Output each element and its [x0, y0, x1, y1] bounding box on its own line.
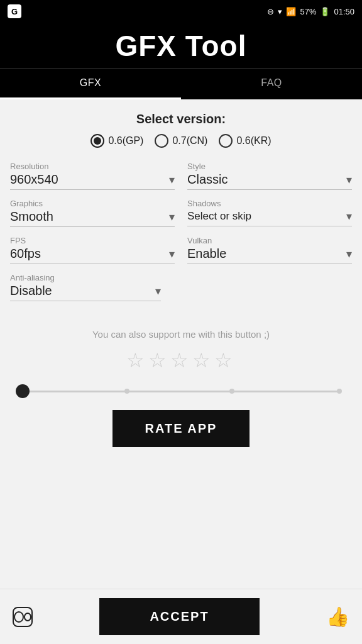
- version-option-cn[interactable]: 0.7(CN): [155, 134, 207, 148]
- main-content: Select version: 0.6(GP) 0.7(CN) 0.6(KR) …: [0, 99, 362, 589]
- setting-resolution: Resolution 960x540 ▾: [10, 162, 175, 190]
- slider-track: [23, 391, 339, 392]
- graphics-value: Smooth: [10, 209, 53, 224]
- star-rating[interactable]: ☆☆☆☆☆: [16, 348, 346, 372]
- setting-antialiasing: Anti-aliasing Disable ▾: [10, 273, 175, 301]
- tab-bar: GFX FAQ: [0, 68, 362, 99]
- battery-percent: 57%: [300, 7, 316, 16]
- setting-vulkan: Vulkan Enable ▾: [187, 236, 352, 264]
- setting-shadows: Shadows Select or skip ▾: [187, 199, 352, 227]
- slider-container[interactable]: [23, 384, 339, 399]
- version-title: Select version:: [10, 112, 352, 126]
- header: GFX Tool GFX FAQ: [0, 23, 362, 99]
- battery-icon: 🔋: [320, 7, 330, 16]
- resolution-chevron: ▾: [169, 173, 175, 187]
- setting-graphics: Graphics Smooth ▾: [10, 199, 175, 227]
- status-bar: G ⊖ ▾ 📶 57% 🔋 01:50: [0, 0, 362, 23]
- radio-kr: [219, 134, 233, 148]
- vulkan-value: Enable: [187, 247, 226, 261]
- resolution-dropdown[interactable]: 960x540 ▾: [10, 172, 175, 190]
- dnd-icon: ⊖: [267, 7, 274, 16]
- slider-thumb[interactable]: [16, 384, 30, 398]
- slider-tick-3: [337, 389, 342, 394]
- bottom-bar: ACCEPT 👍: [0, 589, 362, 644]
- antialiasing-dropdown[interactable]: Disable ▾: [10, 284, 161, 301]
- antialiasing-chevron: ▾: [155, 284, 161, 298]
- shadows-value: Select or skip: [187, 210, 251, 223]
- shadows-chevron: ▾: [346, 209, 352, 223]
- clock: 01:50: [334, 7, 354, 16]
- support-section: You can also support me with this button…: [10, 329, 352, 447]
- style-label: Style: [187, 162, 352, 171]
- radio-gp: [90, 134, 104, 148]
- fps-dropdown[interactable]: 60fps ▾: [10, 247, 175, 264]
- version-label-cn: 0.7(CN): [172, 135, 207, 147]
- shadows-dropdown[interactable]: Select or skip ▾: [187, 209, 352, 226]
- settings-grid: Resolution 960x540 ▾ Style Classic ▾ Gra…: [10, 162, 352, 310]
- resolution-value: 960x540: [10, 172, 58, 187]
- slider-tick-2: [229, 389, 234, 394]
- radio-gp-fill: [94, 137, 101, 145]
- style-chevron: ▾: [346, 173, 352, 187]
- version-label-gp: 0.6(GP): [108, 135, 143, 147]
- app-title: GFX Tool: [0, 29, 362, 68]
- app-icon: G: [8, 4, 21, 18]
- antialiasing-label: Anti-aliasing: [10, 273, 175, 282]
- resolution-label: Resolution: [10, 162, 175, 171]
- wifi-icon: ▾: [278, 7, 282, 16]
- tab-gfx[interactable]: GFX: [0, 69, 181, 99]
- setting-fps: FPS 60fps ▾: [10, 236, 175, 264]
- graphics-chevron: ▾: [169, 210, 175, 224]
- graphics-label: Graphics: [10, 199, 175, 208]
- status-left: G: [8, 4, 21, 18]
- signal-icon: 📶: [286, 7, 296, 16]
- fps-chevron: ▾: [169, 247, 175, 261]
- vulkan-chevron: ▾: [346, 247, 352, 261]
- version-selector: 0.6(GP) 0.7(CN) 0.6(KR): [10, 134, 352, 148]
- version-option-kr[interactable]: 0.6(KR): [219, 134, 271, 148]
- status-right: ⊖ ▾ 📶 57% 🔋 01:50: [267, 7, 354, 16]
- setting-style: Style Classic ▾: [187, 162, 352, 190]
- tab-faq[interactable]: FAQ: [181, 69, 362, 99]
- graphics-dropdown[interactable]: Smooth ▾: [10, 209, 175, 227]
- thumbs-up-button[interactable]: 👍: [326, 606, 349, 628]
- instagram-button[interactable]: [13, 607, 33, 627]
- fps-value: 60fps: [10, 247, 41, 261]
- style-dropdown[interactable]: Classic ▾: [187, 172, 352, 190]
- style-value: Classic: [187, 172, 228, 187]
- fps-label: FPS: [10, 236, 175, 245]
- accept-button[interactable]: ACCEPT: [99, 598, 259, 635]
- version-label-kr: 0.6(KR): [236, 135, 271, 147]
- slider-tick-1: [124, 389, 129, 394]
- vulkan-label: Vulkan: [187, 236, 352, 245]
- shadows-label: Shadows: [187, 199, 352, 208]
- support-text: You can also support me with this button…: [16, 329, 346, 340]
- vulkan-dropdown[interactable]: Enable ▾: [187, 247, 352, 264]
- rate-app-button[interactable]: RATE APP: [112, 410, 250, 447]
- version-option-gp[interactable]: 0.6(GP): [90, 134, 143, 148]
- antialiasing-value: Disable: [10, 284, 52, 298]
- radio-cn: [155, 134, 168, 148]
